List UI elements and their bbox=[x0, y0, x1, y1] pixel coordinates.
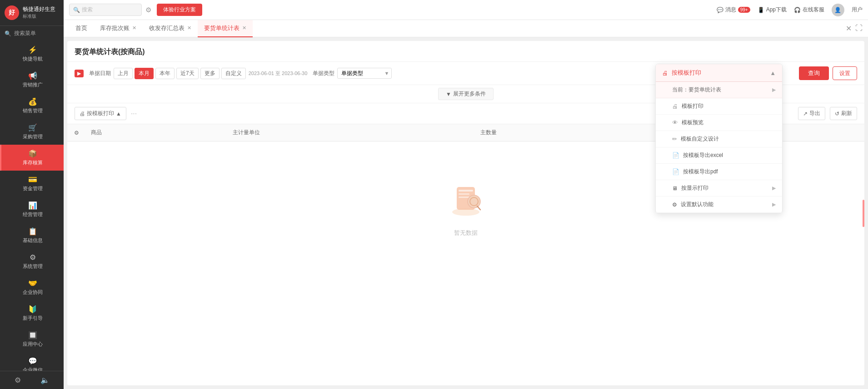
print-display-print-group[interactable]: 🖥 按显示打印 ▶ bbox=[656, 180, 782, 197]
export-excel-icon: 📄 bbox=[672, 152, 679, 159]
collab-label: 企业协同 bbox=[23, 289, 43, 296]
purchase-icon: 🛒 bbox=[28, 123, 37, 132]
apps-icon: 🔲 bbox=[28, 331, 37, 339]
message-btn[interactable]: 💬 消息 99+ bbox=[717, 6, 750, 14]
online-service-btn[interactable]: 🎧 在线客服 bbox=[794, 6, 824, 14]
trial-button[interactable]: 体验行业方案 bbox=[157, 4, 202, 16]
sidebar-item-basic[interactable]: 📋 基础信息 bbox=[0, 222, 64, 248]
print-dropdown-header: 🖨 按模板打印 ▲ bbox=[656, 64, 782, 82]
tab-order-stats[interactable]: 要货单统计表 ✕ bbox=[198, 20, 253, 37]
tab-home[interactable]: 首页 bbox=[69, 20, 94, 37]
tab-order-stats-close[interactable]: ✕ bbox=[242, 25, 246, 31]
template-print-icon: 🖨 bbox=[672, 103, 678, 110]
tab-receivable-summary-close[interactable]: ✕ bbox=[187, 25, 191, 31]
quick-nav-label: 快捷导航 bbox=[23, 56, 43, 62]
query-button[interactable]: 查询 bbox=[799, 66, 829, 80]
template-preview-icon: 👁 bbox=[672, 119, 678, 126]
print-dropdown: 🖨 按模板打印 ▲ 当前：要货单统计表 ▶ 🖨 模板打印 👁 模板预览 bbox=[655, 64, 783, 213]
user-avatar[interactable]: 👤 bbox=[832, 4, 844, 16]
col-qty: 主数量 bbox=[475, 124, 652, 141]
footer-sound-icon[interactable]: 🔈 bbox=[40, 376, 50, 384]
display-print-label: 按显示打印 bbox=[681, 184, 708, 192]
tabbar: 首页 库存批次账 ✕ 收发存汇总表 ✕ 要货单统计表 ✕ ✕ ⛶ bbox=[64, 20, 868, 37]
tab-inventory-batch[interactable]: 库存批次账 ✕ bbox=[94, 20, 143, 37]
topbar-search-icon: 🔍 bbox=[73, 7, 80, 13]
current-year-btn[interactable]: 本年 bbox=[155, 68, 175, 79]
svg-line-7 bbox=[477, 206, 480, 210]
tab-close-all-icon[interactable]: ✕ bbox=[846, 24, 852, 33]
print-dropdown-title: 🖨 按模板打印 bbox=[662, 69, 701, 77]
guide-icon: 🔰 bbox=[28, 305, 37, 313]
print-template-btn[interactable]: 🖨 按模板打印 ▲ bbox=[75, 107, 126, 120]
print-export-excel-item[interactable]: 📄 按模板导出excel bbox=[656, 147, 782, 164]
sidebar-item-system[interactable]: ⚙ 系统管理 bbox=[0, 248, 64, 274]
print-default-func-group[interactable]: ⚙ 设置默认功能 ▶ bbox=[656, 197, 782, 213]
basic-label: 基础信息 bbox=[23, 237, 43, 244]
print-template-design-item[interactable]: ✏ 模板自定义设计 bbox=[656, 131, 782, 147]
sidebar-search[interactable]: 🔍 搜索菜单 bbox=[0, 26, 64, 41]
sidebar-item-marketing[interactable]: 📢 营销推广 bbox=[0, 67, 64, 93]
topbar-search[interactable]: 🔍 搜索 bbox=[69, 4, 142, 16]
expand-more-btn[interactable]: ▼ 展开更多条件 bbox=[438, 88, 494, 100]
sidebar-item-purchase[interactable]: 🛒 采购管理 bbox=[0, 119, 64, 145]
prev-month-btn[interactable]: 上月 bbox=[114, 68, 133, 79]
print-dropdown-current: 当前：要货单统计表 ▶ bbox=[656, 82, 782, 98]
tab-home-label: 首页 bbox=[75, 24, 87, 32]
print-template-label: 按模板打印 bbox=[87, 110, 114, 117]
sidebar-item-collab[interactable]: 🤝 企业协同 bbox=[0, 274, 64, 300]
print-dropdown-up-icon[interactable]: ▲ bbox=[770, 70, 776, 76]
toolbar-more-icon[interactable]: ··· bbox=[131, 110, 137, 118]
sidebar-item-sales[interactable]: 💰 销售管理 bbox=[0, 93, 64, 119]
print-export-pdf-item[interactable]: 📄 按模板导出pdf bbox=[656, 164, 782, 180]
last7-btn[interactable]: 近7天 bbox=[176, 68, 199, 79]
filter-expand-arrow[interactable]: ▶ bbox=[75, 70, 84, 77]
topbar-gear-icon[interactable]: ⚙ bbox=[145, 6, 151, 14]
date-range-display: 2023-06-01 至 2023-06-30 bbox=[249, 70, 308, 77]
sidebar-item-apps[interactable]: 🔲 应用中心 bbox=[0, 326, 64, 352]
quick-nav-icon: ⚡ bbox=[28, 45, 37, 54]
sidebar-item-guide[interactable]: 🔰 新手引导 bbox=[0, 300, 64, 326]
sidebar-item-operations[interactable]: 📊 经营管理 bbox=[0, 197, 64, 222]
tab-inventory-batch-close[interactable]: ✕ bbox=[132, 25, 136, 31]
refresh-btn[interactable]: ↺ 刷新 bbox=[830, 107, 857, 120]
sidebar-item-quick-nav[interactable]: ⚡ 快捷导航 bbox=[0, 41, 64, 67]
template-preview-label: 模板预览 bbox=[682, 119, 703, 126]
sidebar: 好 畅捷通好生意 标准版 🔍 搜索菜单 ⚡ 快捷导航 📢 营销推广 💰 销售管理… bbox=[0, 0, 64, 389]
default-func-label: 设置默认功能 bbox=[681, 201, 713, 208]
export-pdf-label: 按模板导出pdf bbox=[683, 168, 718, 176]
custom-btn[interactable]: 自定义 bbox=[221, 68, 246, 79]
settings-button[interactable]: 设置 bbox=[833, 66, 857, 80]
sidebar-footer: ⚙ 🔈 bbox=[0, 371, 64, 389]
sidebar-logo: 好 畅捷通好生意 标准版 bbox=[0, 0, 64, 26]
system-label: 系统管理 bbox=[23, 263, 43, 270]
refresh-icon: ↺ bbox=[835, 111, 839, 117]
online-service-label: 在线客服 bbox=[803, 6, 824, 14]
col-goods: 商品 bbox=[85, 124, 227, 141]
print-template-print-item[interactable]: 🖨 模板打印 bbox=[656, 98, 782, 115]
app-download-btn[interactable]: 📱 App下载 bbox=[758, 6, 787, 14]
footer-settings-icon[interactable]: ⚙ bbox=[15, 376, 21, 384]
tab-receivable-summary[interactable]: 收发存汇总表 ✕ bbox=[143, 20, 198, 37]
headset-icon: 🎧 bbox=[794, 7, 801, 13]
sales-label: 销售管理 bbox=[23, 107, 43, 114]
tab-maximize-icon[interactable]: ⛶ bbox=[855, 24, 863, 33]
current-month-btn[interactable]: 本月 bbox=[135, 68, 154, 79]
more-btn[interactable]: 更多 bbox=[200, 68, 219, 79]
print-dropdown-actions: ▲ bbox=[770, 70, 776, 76]
order-type-select[interactable]: 单据类型 bbox=[337, 68, 392, 79]
svg-rect-3 bbox=[459, 193, 469, 195]
page-title: 要货单统计表(按商品) bbox=[75, 47, 857, 57]
sidebar-item-inventory[interactable]: 📦 库存核算 bbox=[0, 145, 64, 171]
print-template-preview-item[interactable]: 👁 模板预览 bbox=[656, 115, 782, 131]
sidebar-item-wechat[interactable]: 💬 企业微信 bbox=[0, 352, 64, 371]
col-settings[interactable]: ⚙ bbox=[67, 124, 85, 141]
default-func-icon: ⚙ bbox=[672, 202, 677, 208]
sidebar-item-finance[interactable]: 💳 资金管理 bbox=[0, 171, 64, 197]
topbar: 🔍 搜索 ⚙ 体验行业方案 💬 消息 99+ 📱 App下载 🎧 在线客服 👤 … bbox=[64, 0, 868, 20]
inventory-label: 库存核算 bbox=[23, 159, 43, 166]
export-btn[interactable]: ↗ 导出 bbox=[798, 107, 825, 120]
app-name: 畅捷通好生意 bbox=[23, 6, 55, 13]
default-func-left: ⚙ 设置默认功能 bbox=[672, 201, 713, 208]
expand-more-label: 展开更多条件 bbox=[453, 90, 486, 98]
purchase-label: 采购管理 bbox=[23, 133, 43, 140]
